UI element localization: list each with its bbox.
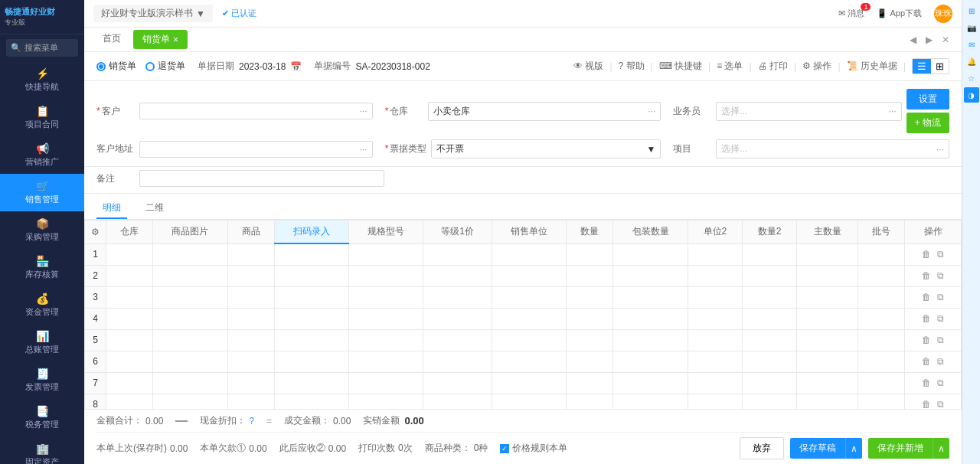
- row-mainqty[interactable]: [797, 372, 858, 394]
- search-menu-button[interactable]: 🔍 搜索菜单: [6, 39, 78, 57]
- toolbar-print[interactable]: 🖨 打印: [758, 60, 788, 73]
- row-price[interactable]: [423, 351, 492, 372]
- delete-icon[interactable]: 🗑: [922, 377, 931, 388]
- row-unit[interactable]: [492, 372, 566, 394]
- delete-icon[interactable]: 🗑: [922, 399, 931, 409]
- toolbar-view[interactable]: 👁 视版: [573, 60, 603, 73]
- sidebar-item-invoice[interactable]: 🧾 发票管理: [0, 361, 84, 399]
- radio-return[interactable]: 退货单: [145, 60, 185, 73]
- row-warehouse[interactable]: [106, 329, 153, 351]
- row-unit2[interactable]: [688, 372, 742, 394]
- sidebar-item-sales[interactable]: 🛒 销售管理: [0, 174, 84, 211]
- row-packqty[interactable]: [613, 308, 688, 329]
- row-unit[interactable]: [492, 329, 566, 351]
- address-picker-icon[interactable]: ···: [360, 144, 368, 155]
- row-warehouse[interactable]: [106, 243, 153, 265]
- row-scan[interactable]: [274, 265, 348, 286]
- delete-icon[interactable]: 🗑: [922, 292, 931, 302]
- row-scan[interactable]: [274, 308, 348, 329]
- staff-input[interactable]: 选择... ···: [716, 102, 901, 121]
- row-product[interactable]: [227, 243, 274, 265]
- row-qty2[interactable]: [743, 394, 797, 409]
- remark-input[interactable]: [139, 170, 384, 187]
- row-product[interactable]: [227, 351, 274, 372]
- row-price[interactable]: [423, 394, 492, 409]
- sidebar-item-quick-nav[interactable]: ⚡ 快捷导航: [0, 61, 84, 99]
- tab-close-all-icon[interactable]: ✕: [939, 33, 952, 47]
- add-logistics-button[interactable]: + 物流: [906, 113, 949, 133]
- row-packqty[interactable]: [613, 329, 688, 351]
- sidebar-item-inventory[interactable]: 🏪 库存核算: [0, 249, 84, 286]
- copy-icon[interactable]: ⧉: [937, 377, 944, 388]
- row-product[interactable]: [227, 286, 274, 308]
- row-batch[interactable]: [858, 286, 904, 308]
- row-qty2[interactable]: [743, 286, 797, 308]
- sidebar-item-accounting[interactable]: 📊 总账管理: [0, 324, 84, 361]
- row-packqty[interactable]: [613, 394, 688, 409]
- tab-2d[interactable]: 二维: [139, 198, 170, 219]
- row-mainqty[interactable]: [797, 265, 858, 286]
- row-unit2[interactable]: [688, 243, 742, 265]
- row-scan[interactable]: [274, 243, 348, 265]
- right-panel-btn-4[interactable]: 🔔: [964, 54, 979, 69]
- invoice-select[interactable]: 不开票 ▼: [431, 139, 661, 158]
- sidebar-item-purchase[interactable]: 📦 采购管理: [0, 211, 84, 249]
- row-spec[interactable]: [349, 265, 423, 286]
- row-image[interactable]: [153, 243, 227, 265]
- row-qty[interactable]: [567, 329, 613, 351]
- toolbar-operation[interactable]: ⚙ 操作: [802, 60, 831, 73]
- user-avatar[interactable]: 珠珠: [934, 5, 952, 23]
- row-unit2[interactable]: [688, 351, 742, 372]
- project-input[interactable]: 选择... ···: [716, 139, 949, 158]
- customer-picker-icon[interactable]: ···: [360, 106, 368, 116]
- row-warehouse[interactable]: [106, 265, 153, 286]
- company-selector[interactable]: 好业财专业版演示样书 ▼: [93, 5, 213, 22]
- row-qty[interactable]: [567, 372, 613, 394]
- row-warehouse[interactable]: [106, 286, 153, 308]
- settings-button[interactable]: 设置: [906, 89, 949, 109]
- row-unit2[interactable]: [688, 394, 742, 409]
- row-warehouse[interactable]: [106, 372, 153, 394]
- row-product[interactable]: [227, 394, 274, 409]
- row-mainqty[interactable]: [797, 394, 858, 409]
- order-no-value[interactable]: SA-20230318-002: [355, 61, 430, 72]
- delete-icon[interactable]: 🗑: [922, 313, 931, 324]
- toolbar-history[interactable]: 📜 历史单据: [847, 60, 897, 73]
- row-image[interactable]: [153, 265, 227, 286]
- row-warehouse[interactable]: [106, 351, 153, 372]
- sidebar-item-projects[interactable]: 📋 项目合同: [0, 99, 84, 136]
- row-price[interactable]: [423, 308, 492, 329]
- row-batch[interactable]: [858, 372, 904, 394]
- row-unit2[interactable]: [688, 308, 742, 329]
- row-image[interactable]: [153, 329, 227, 351]
- row-mainqty[interactable]: [797, 243, 858, 265]
- row-qty[interactable]: [567, 351, 613, 372]
- row-qty2[interactable]: [743, 329, 797, 351]
- row-unit2[interactable]: [688, 286, 742, 308]
- warehouse-picker-icon[interactable]: ···: [648, 106, 655, 116]
- copy-icon[interactable]: ⧉: [937, 313, 944, 324]
- copy-icon[interactable]: ⧉: [937, 292, 944, 302]
- row-mainqty[interactable]: [797, 308, 858, 329]
- row-price[interactable]: [423, 329, 492, 351]
- warehouse-input[interactable]: 小卖仓库 ···: [428, 102, 662, 121]
- right-panel-btn-3[interactable]: ✉: [964, 37, 979, 52]
- row-unit[interactable]: [492, 308, 566, 329]
- row-packqty[interactable]: [613, 286, 688, 308]
- row-image[interactable]: [153, 394, 227, 409]
- row-warehouse[interactable]: [106, 308, 153, 329]
- row-qty2[interactable]: [743, 372, 797, 394]
- right-panel-btn-1[interactable]: ⊞: [964, 3, 979, 18]
- tab-detail[interactable]: 明细: [96, 198, 127, 219]
- row-spec[interactable]: [349, 243, 423, 265]
- row-spec[interactable]: [349, 286, 423, 308]
- row-price[interactable]: [423, 265, 492, 286]
- tab-next-icon[interactable]: ▶: [923, 33, 936, 47]
- row-batch[interactable]: [858, 243, 904, 265]
- messages-button[interactable]: ✉ 消息 1: [838, 8, 864, 19]
- calendar-icon[interactable]: 📅: [290, 61, 302, 72]
- sidebar-item-fixed[interactable]: 🏢 固定资产: [0, 436, 84, 464]
- copy-icon[interactable]: ⧉: [937, 270, 944, 281]
- row-mainqty[interactable]: [797, 351, 858, 372]
- row-qty2[interactable]: [743, 243, 797, 265]
